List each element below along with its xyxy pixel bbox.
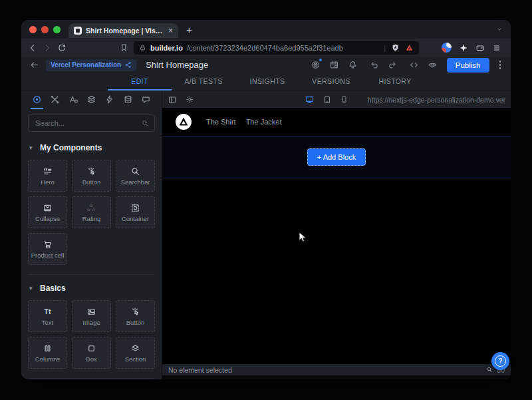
component-card-rating[interactable]: ☆☆☆ Rating [72, 196, 111, 228]
profile-avatar[interactable] [442, 43, 452, 53]
project-badge[interactable]: Vercel Personalization [46, 59, 136, 71]
tab-close-icon[interactable]: × [168, 27, 173, 35]
notifications-bell-icon[interactable] [348, 60, 358, 70]
component-card-box[interactable]: Box [72, 337, 111, 369]
desktop-device-icon[interactable] [305, 95, 315, 104]
extensions-icon[interactable] [459, 43, 468, 53]
site-header: The Shirt The Jacket [162, 108, 511, 136]
browser-navbar: builder.io /content/3723234e2d60474ba6ed… [21, 39, 511, 57]
caret-down-icon: ▾ [29, 286, 35, 292]
tab-versions[interactable]: VERSIONS [299, 73, 363, 91]
page-title: Shirt Homepage [146, 60, 304, 70]
hero-icon [43, 166, 53, 176]
component-label: Button [126, 319, 144, 326]
nav-link-the-shirt[interactable]: The Shirt [206, 118, 236, 126]
new-tab-button[interactable]: + [186, 24, 192, 35]
styles-tab-icon[interactable] [67, 91, 80, 109]
insert-tab-icon[interactable] [31, 91, 43, 109]
canvas-toolbar: https://nextjs-edge-personalization-demo… [162, 91, 511, 108]
extension-warning-triangle-icon[interactable] [405, 43, 414, 52]
component-card-product-cell[interactable]: Product cell [28, 233, 67, 265]
text-icon: Tt [44, 307, 51, 317]
component-label: Hero [41, 178, 55, 186]
component-card-hero[interactable]: Hero [28, 160, 67, 192]
schedule-icon[interactable] [329, 60, 339, 70]
section-title: My Components [40, 143, 102, 152]
tab-history[interactable]: HISTORY [363, 73, 427, 91]
component-card-collapse[interactable]: Collapse [28, 196, 67, 228]
component-card-button[interactable]: Button [72, 160, 111, 192]
browser-menu-icon[interactable] [492, 43, 501, 53]
zoom-window-button[interactable] [53, 26, 61, 33]
basics-grid: Tt Text Image Button [21, 299, 162, 373]
section-my-components[interactable]: ▾ My Components [21, 134, 162, 158]
reload-icon[interactable] [57, 43, 66, 53]
component-label: Rating [82, 215, 100, 222]
tools-tab-icon[interactable] [49, 91, 61, 109]
canvas-area: https://nextjs-edge-personalization-demo… [162, 91, 511, 379]
tablet-device-icon[interactable] [323, 95, 332, 104]
tab-edit[interactable]: EDIT [108, 73, 172, 91]
zoom-out-icon[interactable] [486, 366, 493, 373]
browser-tab[interactable]: Shirt Homepage | Visual Editor × [68, 23, 178, 38]
component-label: Collapse [35, 215, 60, 222]
search-input[interactable] [34, 118, 137, 128]
close-window-button[interactable] [29, 26, 37, 33]
component-card-button-basic[interactable]: Button [116, 300, 155, 332]
component-card-container[interactable]: Container [116, 196, 155, 228]
separator: | [384, 44, 386, 52]
bookmark-icon[interactable] [120, 43, 128, 52]
minimize-window-button[interactable] [41, 26, 49, 33]
back-icon[interactable] [28, 43, 37, 53]
add-block-button[interactable]: + Add Block [307, 148, 366, 166]
phone-device-icon[interactable] [340, 95, 348, 104]
section-basics[interactable]: ▾ Basics [21, 275, 162, 299]
box-icon [86, 343, 96, 353]
component-card-section[interactable]: Section [116, 337, 155, 369]
shield-icon[interactable] [391, 43, 400, 52]
builder-back-icon[interactable] [29, 60, 39, 70]
component-card-image[interactable]: Image [72, 300, 111, 332]
tab-insights[interactable]: INSIGHTS [235, 73, 299, 91]
tab-ab-tests[interactable]: A/B TESTS [172, 73, 235, 91]
undo-icon[interactable] [369, 60, 379, 70]
tab-title: Shirt Homepage | Visual Editor [86, 27, 164, 35]
component-card-columns[interactable]: Columns [28, 337, 67, 369]
forward-icon[interactable] [43, 43, 52, 53]
image-icon [86, 307, 96, 317]
window-controls [21, 26, 68, 33]
browser-window: Shirt Homepage | Visual Editor × + [21, 20, 511, 379]
layers-tab-icon[interactable] [85, 91, 98, 109]
theme-sun-icon[interactable] [186, 95, 194, 104]
section-media[interactable]: ▸ Media [21, 379, 162, 379]
share-nodes-icon [124, 61, 132, 69]
code-view-icon[interactable] [409, 60, 419, 70]
site-logo[interactable] [176, 114, 192, 130]
browser-tabstrip: Shirt Homepage | Visual Editor × + [21, 20, 511, 39]
tab-search-chevron-icon[interactable] [496, 26, 503, 33]
comments-tab-icon[interactable] [140, 91, 152, 109]
toggle-panel-icon[interactable] [168, 95, 177, 104]
component-search[interactable] [28, 114, 155, 132]
help-button[interactable]: ? [491, 352, 509, 370]
component-card-text[interactable]: Tt Text [28, 300, 67, 332]
more-options-icon[interactable] [497, 61, 503, 69]
preview-url[interactable]: https://nextjs-edge-personalization-demo… [368, 96, 505, 104]
address-bar[interactable]: builder.io /content/3723234e2d60474ba6ed… [134, 41, 419, 55]
builder-tabs: EDIT A/B TESTS INSIGHTS VERSIONS HISTORY [21, 73, 511, 91]
preview-eye-icon[interactable] [428, 60, 438, 70]
url-host: builder.io [150, 44, 183, 52]
targeting-icon[interactable] [311, 60, 321, 70]
wallet-icon[interactable] [475, 43, 485, 53]
component-card-searchbar[interactable]: Searchbar [116, 160, 155, 192]
interactions-tab-icon[interactable] [103, 91, 116, 109]
publish-button[interactable]: Publish [447, 58, 489, 73]
component-label: Product cell [31, 252, 65, 259]
insert-panel: ▾ My Components Hero Button [21, 91, 162, 379]
urlbar-actions: | [384, 43, 414, 52]
status-bar: No element selected 80 [162, 364, 511, 375]
caret-down-icon: ▾ [29, 145, 35, 151]
nav-link-the-jacket[interactable]: The Jacket [246, 118, 282, 126]
data-tab-icon[interactable] [122, 91, 134, 109]
redo-icon[interactable] [388, 60, 398, 70]
